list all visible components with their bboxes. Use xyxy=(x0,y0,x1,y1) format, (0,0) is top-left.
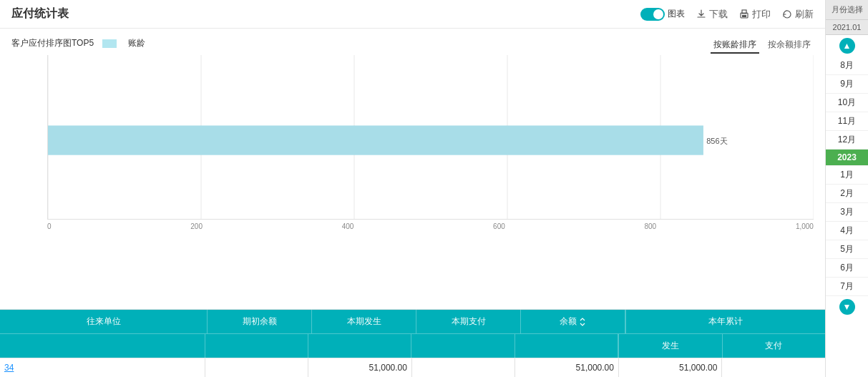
th-sub-unit xyxy=(0,334,205,358)
chart-x-axis: 0 200 400 600 800 1,000 xyxy=(47,220,814,241)
x-label-0: 0 xyxy=(47,222,52,230)
table-header-row: 往来单位 期初余额 本期发生 本期支付 余额 本年累计 xyxy=(0,310,825,333)
x-label-400: 400 xyxy=(342,222,354,230)
th-current-gen: 本期发生 xyxy=(312,310,416,333)
sidebar-month-2[interactable]: 2月 xyxy=(826,185,868,203)
chart-toggle-label: 图表 xyxy=(668,8,685,20)
sidebar-up-btn[interactable]: ▲ xyxy=(839,38,855,54)
table-sub-header: 发生 支付 xyxy=(0,333,825,358)
x-label-200: 200 xyxy=(190,222,203,230)
header-actions: 图表 下载 打印 刷新 xyxy=(640,8,814,21)
download-icon xyxy=(696,9,706,19)
chart-legend: 客户应付排序图TOP5 账龄 xyxy=(11,37,145,49)
sidebar-month-12[interactable]: 12月 xyxy=(826,131,868,150)
legend-color-box xyxy=(102,39,117,48)
refresh-label: 刷新 xyxy=(795,8,814,21)
print-icon xyxy=(739,9,749,19)
chart-toggle[interactable] xyxy=(640,8,665,21)
sidebar-month-1[interactable]: 1月 xyxy=(826,166,868,185)
sidebar-month-10[interactable]: 10月 xyxy=(826,94,868,112)
td-year-gen: 51,000.00 xyxy=(619,358,723,377)
print-button[interactable]: 打印 xyxy=(739,8,771,21)
sidebar-month-5[interactable]: 5月 xyxy=(826,240,868,259)
svg-rect-2 xyxy=(742,15,746,17)
chart-drawing-area: 34 856天 0 200 400 600 800 1,000 xyxy=(11,55,814,241)
th-current-pay: 本期支付 xyxy=(416,310,521,333)
th-year-cumul: 本年累计 xyxy=(625,310,825,333)
x-label-600: 600 xyxy=(493,222,505,230)
sidebar-title: 月份选择 xyxy=(826,0,868,20)
refresh-icon xyxy=(782,9,792,19)
sort-by-amount-btn[interactable]: 按余额排序 xyxy=(765,37,814,54)
sort-by-balance-btn[interactable]: 按账龄排序 xyxy=(711,37,759,54)
th-sub-year-pay: 支付 xyxy=(723,334,825,358)
td-balance: 51,000.00 xyxy=(515,358,619,377)
chart-toggle-wrap[interactable]: 图表 xyxy=(640,8,685,21)
sidebar-month-4[interactable]: 4月 xyxy=(826,222,868,240)
th-period-balance: 期初余额 xyxy=(208,310,312,333)
chart-y-axis xyxy=(11,55,47,220)
sidebar-month-8[interactable]: 8月 xyxy=(826,57,868,75)
download-button[interactable]: 下载 xyxy=(696,8,728,21)
th-sub-period-bal xyxy=(205,334,308,358)
table-row: 34 51,000.00 51,000.00 51,000.00 xyxy=(0,358,825,377)
th-unit: 往来单位 xyxy=(0,310,208,333)
legend-color-label: 账龄 xyxy=(128,37,145,49)
chart-bars: 34 856天 xyxy=(47,55,814,220)
th-sub-current-pay xyxy=(411,334,515,358)
x-label-1000: 1,000 xyxy=(796,222,814,230)
balance-sort-icon xyxy=(578,318,587,326)
svg-rect-9 xyxy=(48,125,703,155)
td-unit[interactable]: 34 xyxy=(0,358,205,377)
th-sub-year-gen: 发生 xyxy=(618,334,722,358)
chart-section: 客户应付排序图TOP5 账龄 按账龄排序 按余额排序 xyxy=(0,29,825,309)
download-label: 下载 xyxy=(709,8,728,21)
td-current-pay xyxy=(412,358,516,377)
chart-grid: 34 856天 xyxy=(48,55,814,219)
sort-buttons: 按账龄排序 按余额排序 xyxy=(711,37,814,54)
sidebar-month-7[interactable]: 7月 xyxy=(826,278,868,296)
x-label-800: 800 xyxy=(645,222,657,230)
th-balance: 余额 xyxy=(521,310,625,333)
sidebar-month-6[interactable]: 6月 xyxy=(826,259,868,278)
refresh-button[interactable]: 刷新 xyxy=(782,8,814,21)
td-period-balance xyxy=(205,358,309,377)
sidebar-month-9[interactable]: 9月 xyxy=(826,75,868,94)
chart-header: 客户应付排序图TOP5 账龄 按账龄排序 按余额排序 xyxy=(11,37,814,55)
page-title: 应付统计表 xyxy=(11,6,69,21)
print-label: 打印 xyxy=(752,8,771,21)
sidebar-current-value: 2021.01 xyxy=(826,20,868,35)
td-current-gen: 51,000.00 xyxy=(308,358,412,377)
sidebar-year-marker[interactable]: 2023 xyxy=(826,150,868,166)
sidebar-down-btn[interactable]: ▼ xyxy=(839,299,855,315)
th-sub-current-gen xyxy=(308,334,411,358)
table-section: 往来单位 期初余额 本期发生 本期支付 余额 本年累计 发生 支付 34 51,… xyxy=(0,309,825,377)
month-sidebar: 月份选择 2021.01 ▲ 8月 9月 10月 11月 12月 2023 1月… xyxy=(825,0,868,377)
sidebar-month-11[interactable]: 11月 xyxy=(826,112,868,131)
td-year-pay xyxy=(722,358,825,377)
svg-text:856天: 856天 xyxy=(706,137,727,145)
legend-text: 客户应付排序图TOP5 xyxy=(11,37,94,49)
sidebar-month-3[interactable]: 3月 xyxy=(826,203,868,222)
th-sub-balance xyxy=(515,334,618,358)
